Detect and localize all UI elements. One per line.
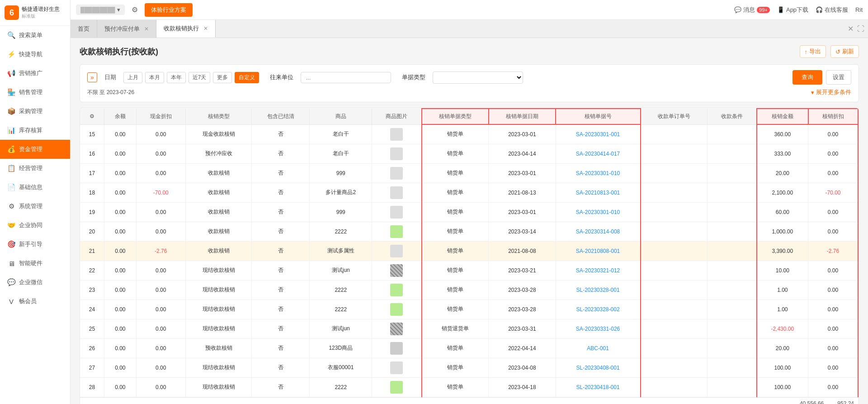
cell-product: 老白干 [310,124,372,144]
page-title-text: 收款核销执行(按收款) [80,46,158,57]
sidebar-item-label-guide: 新手引导 [19,240,42,248]
sidebar-item-system[interactable]: ⚙ 系统管理 [0,197,70,216]
date-btn-7days[interactable]: 近7天 [189,72,211,83]
table-row: 15 0.00 0.00 现金收款核销 否 老白干 销货单 2023-03-01… [80,124,858,144]
user-menu[interactable]: Rit [855,6,863,13]
search-btn[interactable]: 查询 [793,70,822,85]
sidebar-item-search[interactable]: 🔍 搜索菜单 [0,26,70,45]
date-btn-this-year[interactable]: 本年 [167,72,186,83]
cell-voucher-no: SA-20230321-012 [556,261,641,280]
cell-cancel-discount: 0.00 [808,202,859,222]
cell-product: 2222 [310,222,372,241]
cell-cancel-discount: 0.00 [808,377,859,397]
tab-home[interactable]: 首页 [71,20,97,38]
online-service-btn[interactable]: 🎧 在线客服 [816,6,848,14]
cell-num: 25 [80,319,104,338]
online-service-label: 在线客服 [825,6,848,14]
date-btn-last-month[interactable]: 上月 [123,72,142,83]
voucher-no-link[interactable]: SA-20230331-026 [576,326,620,332]
voucher-no-link[interactable]: SA-20230301-010 [576,209,620,215]
sidebar-item-finance[interactable]: 💰 资金管理 [0,140,70,159]
messages-btn[interactable]: 💬 消息 99+ [734,6,770,14]
app-download-btn[interactable]: 📱 App下载 [777,6,808,14]
tab-collection-close[interactable]: ✕ [203,25,208,32]
title-actions: ↑ 导出 ↺ 刷新 [800,45,859,58]
sidebar-item-marketing[interactable]: 📢 营销推广 [0,64,70,83]
brand-name: 畅捷通谱好生意 [22,6,60,13]
voucher-no-link[interactable]: SA-20230414-017 [576,151,620,157]
gear-icon[interactable]: ⚙ [128,4,141,16]
cell-cash-discount: 0.00 [136,280,185,299]
date-btn-more[interactable]: 更多 [213,72,232,83]
sidebar-item-purchase[interactable]: 📦 采购管理 [0,102,70,121]
cell-num: 21 [80,241,104,261]
cell-collection-order-no [641,163,707,183]
cell-product-image [372,338,422,358]
sidebar-item-inventory[interactable]: 📊 库存核算 [0,121,70,140]
voucher-no-link[interactable]: SL-20230408-001 [576,365,619,371]
settings-btn[interactable]: 设置 [826,70,851,85]
cell-cancel-type: 收款核销 [185,163,252,183]
voucher-type-select[interactable] [433,71,523,84]
partner-input[interactable] [301,72,391,83]
cell-included-settled: 否 [252,241,310,261]
sidebar-item-sales[interactable]: 🏪 销售管理 [0,83,70,102]
voucher-no-link[interactable]: SA-20230314-008 [576,228,620,235]
cell-product: 123D商品 [310,338,372,358]
cell-voucher-type: 销货单 [422,377,489,397]
refresh-btn[interactable]: ↺ 刷新 [830,45,859,58]
col-settings[interactable]: ⚙ [80,109,104,124]
export-btn[interactable]: ↑ 导出 [800,45,826,58]
expand-conditions-btn[interactable]: ▾ 展开更多条件 [811,88,851,96]
date-range-text: 不限 至 2023-07-26 [87,89,134,96]
cell-balance: 0.00 [104,222,136,241]
page-header: 收款核销执行(按收款) ↑ 导出 ↺ 刷新 [80,45,859,58]
cell-cash-discount: 0.00 [136,319,185,338]
cell-cancel-type: 现结收款核销 [185,261,252,280]
sidebar-item-guide[interactable]: 🎯 新手引导 [0,235,70,254]
tab-close-all-icon[interactable]: ✕ [848,24,854,33]
voucher-no-link[interactable]: SA-20230321-012 [576,267,620,274]
sidebar-item-enterprise[interactable]: 🤝 企业协同 [0,216,70,235]
sidebar-item-basic-info[interactable]: 📄 基础信息 [0,178,70,197]
voucher-no-link[interactable]: SA-20210808-001 [576,248,620,254]
tab-fullscreen-icon[interactable]: ⛶ [857,25,864,33]
date-btn-this-month[interactable]: 本月 [145,72,164,83]
cell-cash-discount: 0.00 [136,144,185,163]
voucher-no-link[interactable]: SA-20210813-001 [576,190,620,196]
tab-prepay-close[interactable]: ✕ [144,26,149,32]
brand-selector[interactable]: █████████ ▾ [76,5,125,15]
voucher-no-link[interactable]: SA-20230301-001 [576,131,620,138]
cell-included-settled: 否 [252,144,310,163]
voucher-no-link[interactable]: SL-20230328-002 [576,306,619,313]
voucher-no-link[interactable]: SL-20230418-001 [576,384,619,390]
industry-btn[interactable]: 体验行业方案 [145,3,193,17]
tab-collection[interactable]: 收款核销执行 ✕ [156,20,216,38]
cell-included-settled: 否 [252,124,310,144]
user-name: Rit [855,6,863,13]
cell-product-image [372,222,422,241]
cell-cancel-amount: 3,390.00 [757,241,808,261]
smart-hardware-icon: 🖥 [7,259,15,267]
voucher-no-link[interactable]: SL-20230328-001 [576,287,619,293]
voucher-no-link[interactable]: ABC-001 [587,345,609,352]
sidebar-item-quick-nav[interactable]: ⚡ 快捷导航 [0,45,70,64]
cell-cash-discount: 0.00 [136,163,185,183]
voucher-no-link[interactable]: SA-20230301-010 [576,170,620,176]
cell-num: 19 [80,202,104,222]
tab-prepay[interactable]: 预付冲应付单 ✕ [97,20,156,38]
cell-voucher-date: 2023-04-18 [489,377,556,397]
sidebar-item-smart-hardware[interactable]: 🖥 智能硬件 [0,254,70,273]
sidebar-item-vip[interactable]: V 畅会员 [0,292,70,311]
sidebar-item-wechat[interactable]: 💬 企业微信 [0,273,70,292]
cell-cancel-type: 收款核销 [185,202,252,222]
cell-collection-condition [707,358,757,377]
cell-balance: 0.00 [104,377,136,397]
cell-voucher-no: SA-20230414-017 [556,144,641,163]
expand-filter-icon[interactable]: » [87,72,97,82]
messages-label: 消息 [743,6,755,14]
cell-collection-order-no [641,319,707,338]
sidebar-item-operation[interactable]: 📋 经营管理 [0,159,70,178]
date-btn-custom[interactable]: 自定义 [235,72,259,83]
messages-count: 99+ [757,7,770,13]
